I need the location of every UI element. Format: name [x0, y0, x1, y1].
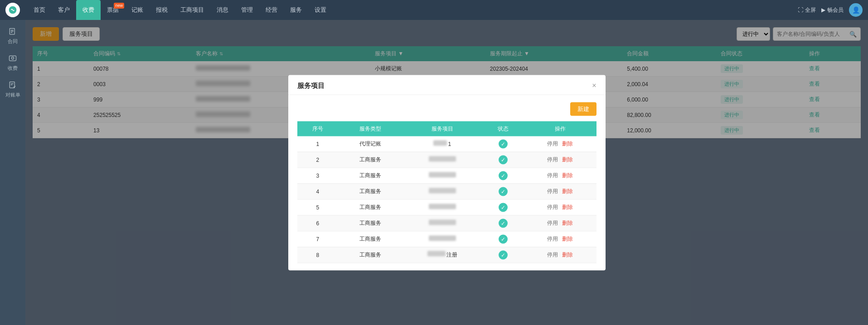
modal-cell-status: ✓: [483, 247, 524, 263]
modal-cell-seq: 2: [297, 152, 339, 168]
modal-title: 服务项目: [297, 81, 325, 90]
fullscreen-button[interactable]: ⛶ 全屏: [798, 6, 816, 14]
modal-cell-item: [402, 168, 483, 184]
status-check-icon: ✓: [499, 250, 508, 259]
modal-cell-status: ✓: [483, 184, 524, 199]
modal-cell-seq: 1: [297, 136, 339, 152]
modal-cell-seq: 3: [297, 168, 339, 184]
nav-operation[interactable]: 经营: [259, 0, 284, 20]
modal-cell-action: 停用 删除: [524, 215, 596, 231]
nav-service[interactable]: 服务: [284, 0, 308, 20]
modal-cell-status: ✓: [483, 199, 524, 215]
nav-home[interactable]: 首页: [27, 0, 52, 20]
modal-cell-type: 工商服务: [338, 199, 402, 215]
modal-cell-status: ✓: [483, 136, 524, 152]
modal-col-status: 状态: [483, 121, 524, 136]
sidebar-item-contract[interactable]: 合同: [1, 24, 24, 49]
delete-button[interactable]: 删除: [562, 204, 573, 210]
nav-invoice[interactable]: 票据 new: [101, 0, 125, 20]
modal-cell-status: ✓: [483, 168, 524, 184]
service-table: 序号 服务类型 服务项目 状态 操作 1 代理记账 1 ✓ 停用 删除: [297, 121, 596, 263]
sidebar-item-statement[interactable]: 对账单: [1, 77, 24, 102]
new-service-button[interactable]: 新建: [570, 102, 596, 116]
svg-rect-2: [10, 56, 16, 61]
modal-cell-type: 工商服务: [338, 152, 402, 168]
status-check-icon: ✓: [499, 203, 508, 212]
delete-button[interactable]: 删除: [562, 252, 573, 258]
sidebar: 合同 收费 对账单: [0, 20, 25, 325]
modal-cell-action: 停用 删除: [524, 231, 596, 247]
service-modal: 服务项目 × 新建 序号 服务类型 服务项目 状态 操作: [288, 75, 606, 270]
modal-cell-seq: 6: [297, 215, 339, 231]
modal-cell-type: 代理记账: [338, 136, 402, 152]
modal-cell-action: 停用 删除: [524, 152, 596, 168]
modal-cell-type: 工商服务: [338, 184, 402, 199]
stop-button[interactable]: 停用: [547, 220, 558, 226]
list-item: 8 工商服务 注册 ✓ 停用 删除: [297, 247, 596, 263]
nav-manage[interactable]: 管理: [235, 0, 259, 20]
modal-cell-item: [402, 199, 483, 215]
nav-message[interactable]: 消息: [210, 0, 235, 20]
statement-icon: [8, 81, 17, 90]
nav-menu: 首页 客户 收费 票据 new 记账 报税 工商项目 消息 管理 经营 服务 设…: [27, 0, 798, 20]
stop-button[interactable]: 停用: [547, 172, 558, 179]
list-item: 1 代理记账 1 ✓ 停用 删除: [297, 136, 596, 152]
user-avatar[interactable]: 👤: [849, 3, 863, 17]
list-item: 5 工商服务 ✓ 停用 删除: [297, 199, 596, 215]
modal-cell-item: [402, 184, 483, 199]
modal-cell-item: [402, 215, 483, 231]
modal-cell-status: ✓: [483, 152, 524, 168]
modal-cell-type: 工商服务: [338, 215, 402, 231]
modal-cell-action: 停用 删除: [524, 136, 596, 152]
modal-close-button[interactable]: ×: [592, 82, 596, 90]
nav-fee[interactable]: 收费: [76, 0, 101, 20]
member-button[interactable]: ▶ 畅会员: [821, 6, 844, 14]
list-item: 4 工商服务 ✓ 停用 删除: [297, 184, 596, 199]
sidebar-item-fee[interactable]: 收费: [1, 50, 24, 75]
modal-cell-action: 停用 删除: [524, 184, 596, 199]
modal-body: 新建 序号 服务类型 服务项目 状态 操作 1 代理记账 1: [288, 95, 606, 270]
delete-button[interactable]: 删除: [562, 220, 573, 226]
logo-icon: [5, 3, 20, 17]
delete-button[interactable]: 删除: [562, 156, 573, 163]
content-area: 新增 服务项目 进行中 🔍 序号 合同编码⇅: [25, 20, 868, 325]
nav-business[interactable]: 工商项目: [174, 0, 210, 20]
modal-cell-action: 停用 删除: [524, 247, 596, 263]
nav-bookkeeping[interactable]: 记账: [125, 0, 150, 20]
main-layout: 合同 收费 对账单 新增 服务项目: [0, 20, 868, 325]
delete-button[interactable]: 删除: [562, 141, 573, 147]
modal-cell-item: 1: [402, 136, 483, 152]
modal-cell-item: [402, 152, 483, 168]
delete-button[interactable]: 删除: [562, 236, 573, 242]
modal-cell-type: 工商服务: [338, 247, 402, 263]
modal-cell-status: ✓: [483, 215, 524, 231]
modal-cell-type: 工商服务: [338, 168, 402, 184]
delete-button[interactable]: 删除: [562, 172, 573, 179]
list-item: 7 工商服务 ✓ 停用 删除: [297, 231, 596, 247]
nav-tax[interactable]: 报税: [150, 0, 174, 20]
status-check-icon: ✓: [499, 171, 508, 180]
list-item: 3 工商服务 ✓ 停用 删除: [297, 168, 596, 184]
stop-button[interactable]: 停用: [547, 204, 558, 210]
modal-cell-action: 停用 删除: [524, 199, 596, 215]
modal-cell-type: 工商服务: [338, 231, 402, 247]
modal-col-seq: 序号: [297, 121, 339, 136]
modal-cell-seq: 4: [297, 184, 339, 199]
stop-button[interactable]: 停用: [547, 236, 558, 242]
delete-button[interactable]: 删除: [562, 188, 573, 194]
modal-col-action: 操作: [524, 121, 596, 136]
list-item: 2 工商服务 ✓ 停用 删除: [297, 152, 596, 168]
modal-cell-item: 注册: [402, 247, 483, 263]
stop-button[interactable]: 停用: [547, 156, 558, 163]
stop-button[interactable]: 停用: [547, 188, 558, 194]
status-check-icon: ✓: [499, 155, 508, 164]
modal-col-item: 服务项目: [402, 121, 483, 136]
modal-col-type: 服务类型: [338, 121, 402, 136]
stop-button[interactable]: 停用: [547, 252, 558, 258]
nav-customer[interactable]: 客户: [52, 0, 76, 20]
stop-button[interactable]: 停用: [547, 141, 558, 147]
modal-cell-seq: 5: [297, 199, 339, 215]
nav-settings[interactable]: 设置: [308, 0, 333, 20]
modal-cell-item: [402, 231, 483, 247]
nav-right: ⛶ 全屏 ▶ 畅会员 👤: [798, 3, 863, 17]
